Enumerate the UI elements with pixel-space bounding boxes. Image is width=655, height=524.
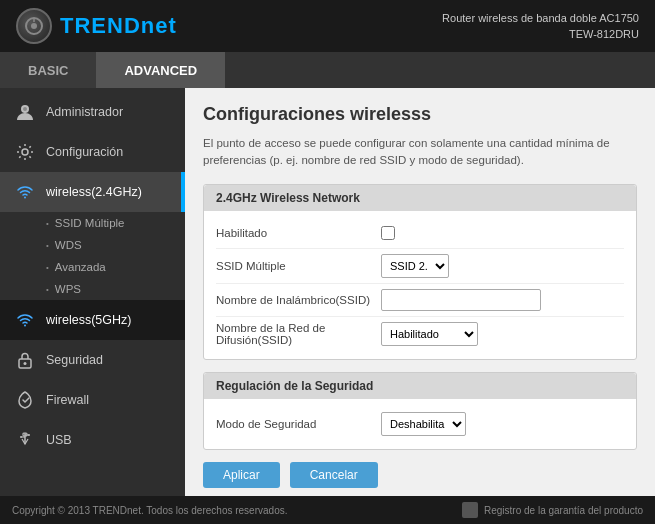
router-model: TEW-812DRU xyxy=(442,26,639,43)
label-ssid-name: Nombre de Inalámbrico(SSID) xyxy=(216,294,381,306)
main-layout: Administrador Configuración xyxy=(0,88,655,496)
svg-point-6 xyxy=(24,197,26,199)
sidebar-item-seguridad-label: Seguridad xyxy=(46,353,103,367)
svg-point-5 xyxy=(22,149,28,155)
svg-point-14 xyxy=(28,434,30,436)
control-security-mode: Deshabilita WEP WPA WPA2 xyxy=(381,412,624,436)
sidebar-item-administrador-label: Administrador xyxy=(46,105,123,119)
warranty-icon xyxy=(462,502,478,518)
header: TRENDnet Router wireless de banda doble … xyxy=(0,0,655,52)
form-row-broadcast: Nombre de la Red de Difusión(SSID) Habil… xyxy=(216,317,624,351)
content-area: Configuraciones wirelesss El punto de ac… xyxy=(185,88,655,496)
sidebar-item-wireless24-label: wireless(2.4GHz) xyxy=(46,185,142,199)
sidebar-item-wireless5[interactable]: wireless(5GHz) xyxy=(0,300,185,340)
router-name: Router wireless de banda doble AC1750 xyxy=(442,10,639,27)
tab-basic[interactable]: BASIC xyxy=(0,52,96,88)
usb-icon xyxy=(14,429,36,451)
action-buttons: Aplicar Cancelar xyxy=(203,462,637,488)
label-security-mode: Modo de Seguridad xyxy=(216,418,381,430)
select-broadcast[interactable]: Habilitado Deshabilitado xyxy=(381,322,478,346)
footer-copyright: Copyright © 2013 TRENDnet. Todos los der… xyxy=(12,505,287,516)
logo-trend: TREND xyxy=(60,13,141,38)
sidebar-subitem-wps[interactable]: WPS xyxy=(0,278,185,300)
sidebar-item-usb[interactable]: USB xyxy=(0,420,185,460)
cancel-button[interactable]: Cancelar xyxy=(290,462,378,488)
input-ssid-name[interactable] xyxy=(381,289,541,311)
section-security: Regulación de la Seguridad Modo de Segur… xyxy=(203,372,637,450)
form-row-ssid-multiple: SSID Múltiple SSID 1 SSID 2. SSID 3 SSID… xyxy=(216,249,624,284)
sidebar-item-configuracion-label: Configuración xyxy=(46,145,123,159)
sidebar: Administrador Configuración xyxy=(0,88,185,496)
admin-icon xyxy=(14,101,36,123)
form-row-habilitado: Habilitado xyxy=(216,219,624,249)
control-broadcast: Habilitado Deshabilitado xyxy=(381,322,624,346)
label-ssid-multiple: SSID Múltiple xyxy=(216,260,381,272)
wifi-24-icon xyxy=(14,181,36,203)
sidebar-item-administrador[interactable]: Administrador xyxy=(0,92,185,132)
wifi-5g-icon xyxy=(14,309,36,331)
svg-point-4 xyxy=(23,107,27,111)
logo-circle-icon xyxy=(16,8,52,44)
sidebar-subitem-wps-label: WPS xyxy=(55,283,81,295)
svg-point-9 xyxy=(24,362,27,365)
section-security-body: Modo de Seguridad Deshabilita WEP WPA WP… xyxy=(204,399,636,449)
select-ssid-multiple[interactable]: SSID 1 SSID 2. SSID 3 SSID 4 xyxy=(381,254,449,278)
sidebar-item-firewall-label: Firewall xyxy=(46,393,89,407)
sidebar-subitem-ssid-label: SSID Múltiple xyxy=(55,217,125,229)
footer: Copyright © 2013 TRENDnet. Todos los der… xyxy=(0,496,655,524)
sidebar-subitem-avanzada[interactable]: Avanzada xyxy=(0,256,185,278)
security-icon xyxy=(14,349,36,371)
form-row-ssid-name: Nombre de Inalámbrico(SSID) xyxy=(216,284,624,317)
label-broadcast: Nombre de la Red de Difusión(SSID) xyxy=(216,322,381,346)
label-habilitado: Habilitado xyxy=(216,227,381,239)
section-wireless-24: 2.4GHz Wireless Network Habilitado SSID … xyxy=(203,184,637,360)
apply-button[interactable]: Aplicar xyxy=(203,462,280,488)
sidebar-item-wireless5-label: wireless(5GHz) xyxy=(46,313,131,327)
section-wireless-24-body: Habilitado SSID Múltiple SSID 1 SSID 2. … xyxy=(204,211,636,359)
tab-advanced[interactable]: ADVANCED xyxy=(96,52,225,88)
sidebar-item-usb-label: USB xyxy=(46,433,72,447)
footer-right: Registro de la garantía del producto xyxy=(462,502,643,518)
logo: TRENDnet xyxy=(16,8,177,44)
footer-warranty: Registro de la garantía del producto xyxy=(484,505,643,516)
sidebar-item-firewall[interactable]: Firewall xyxy=(0,380,185,420)
page-title: Configuraciones wirelesss xyxy=(203,104,637,125)
svg-point-7 xyxy=(24,325,26,327)
page-description: El punto de acceso se puede configurar c… xyxy=(203,135,637,170)
sidebar-item-configuracion[interactable]: Configuración xyxy=(0,132,185,172)
svg-point-1 xyxy=(31,23,37,29)
section-security-header: Regulación de la Seguridad xyxy=(204,373,636,399)
sidebar-item-wireless24[interactable]: wireless(2.4GHz) xyxy=(0,172,185,212)
sidebar-item-seguridad[interactable]: Seguridad xyxy=(0,340,185,380)
sidebar-subitem-ssid-multiple[interactable]: SSID Múltiple xyxy=(0,212,185,234)
control-ssid-name xyxy=(381,289,624,311)
svg-point-13 xyxy=(20,436,22,438)
nav-tabs: BASIC ADVANCED xyxy=(0,52,655,88)
sidebar-subitem-avanzada-label: Avanzada xyxy=(55,261,106,273)
checkbox-habilitado[interactable] xyxy=(381,226,395,240)
logo-net: net xyxy=(141,13,177,38)
logo-text: TRENDnet xyxy=(60,13,177,39)
settings-icon xyxy=(14,141,36,163)
control-ssid-multiple: SSID 1 SSID 2. SSID 3 SSID 4 xyxy=(381,254,624,278)
sidebar-subitem-wds[interactable]: WDS xyxy=(0,234,185,256)
form-row-security-mode: Modo de Seguridad Deshabilita WEP WPA WP… xyxy=(216,407,624,441)
control-habilitado xyxy=(381,226,624,240)
header-device-info: Router wireless de banda doble AC1750 TE… xyxy=(442,10,639,43)
section-wireless-24-header: 2.4GHz Wireless Network xyxy=(204,185,636,211)
firewall-icon xyxy=(14,389,36,411)
sidebar-subitem-wds-label: WDS xyxy=(55,239,82,251)
select-security-mode[interactable]: Deshabilita WEP WPA WPA2 xyxy=(381,412,466,436)
